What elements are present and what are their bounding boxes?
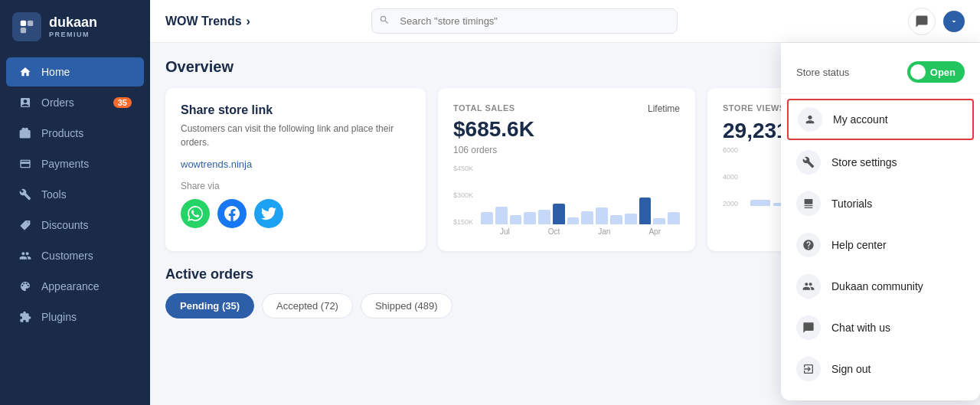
tools-icon — [18, 188, 32, 201]
dropdown-item-dukaan-community[interactable]: Dukaan community — [781, 266, 980, 307]
orders-badge: 35 — [113, 97, 132, 108]
tutorials-label: Tutorials — [831, 198, 872, 210]
store-status-label: Store status — [796, 67, 849, 78]
store-settings-label: Store settings — [831, 156, 897, 168]
person-icon — [798, 107, 822, 132]
sidebar-item-discounts[interactable]: Discounts — [6, 211, 144, 240]
app-tier: PREMIUM — [49, 31, 97, 38]
share-card-desc: Customers can visit the following link a… — [181, 122, 410, 149]
wrench-icon — [796, 150, 821, 175]
store-status-toggle[interactable]: Open — [907, 61, 965, 83]
chat-with-us-label: Chat with us — [831, 322, 890, 334]
sidebar-nav: Home Orders 35 Products Payments Tools — [0, 51, 150, 338]
sidebar: dukaan PREMIUM Home Orders 35 Products — [0, 0, 150, 405]
twitter-share-button[interactable] — [254, 199, 283, 228]
shipped-tab[interactable]: Shipped (489) — [361, 293, 452, 318]
header-actions — [908, 8, 965, 35]
sidebar-label-plugins: Plugins — [41, 311, 77, 323]
search-input[interactable] — [371, 8, 678, 34]
logo: dukaan PREMIUM — [0, 0, 150, 51]
appearance-icon — [18, 279, 32, 293]
pending-tab[interactable]: Pending (35) — [165, 293, 254, 318]
svg-rect-1 — [28, 21, 33, 26]
dropdown-menu: Store status Open My account Store setti… — [781, 43, 980, 400]
payments-icon — [18, 157, 32, 171]
help-center-label: Help center — [831, 239, 887, 251]
home-icon — [18, 65, 32, 79]
bar — [610, 215, 622, 224]
account-dropdown-button[interactable] — [943, 11, 965, 32]
bar — [668, 212, 680, 224]
sidebar-item-appearance[interactable]: Appearance — [6, 272, 144, 301]
dropdown-item-help-center[interactable]: Help center — [781, 224, 980, 266]
sidebar-label-tools: Tools — [41, 188, 67, 201]
sales-period: Lifetime — [648, 103, 680, 114]
question-icon — [796, 233, 821, 257]
bar — [596, 207, 608, 224]
sign-out-label: Sign out — [831, 363, 871, 375]
header: WOW Trends › — [150, 0, 980, 43]
sidebar-label-customers: Customers — [41, 250, 93, 262]
sidebar-item-products[interactable]: Products — [6, 119, 144, 148]
facebook-share-button[interactable] — [217, 199, 247, 228]
sales-header: TOTAL SALES Lifetime — [453, 103, 680, 114]
bar — [639, 198, 652, 224]
search-icon — [379, 15, 390, 28]
view-bar — [750, 200, 770, 206]
accepted-tab[interactable]: Accepted (72) — [262, 293, 353, 318]
store-name: WOW Trends — [165, 15, 242, 28]
signout-icon — [796, 357, 821, 381]
svg-rect-0 — [21, 21, 26, 26]
orders-icon — [18, 96, 32, 109]
dropdown-item-store-settings[interactable]: Store settings — [781, 142, 980, 183]
bar — [653, 218, 665, 224]
monitor-icon — [796, 191, 821, 216]
sales-label: TOTAL SALES — [453, 103, 515, 113]
bar — [495, 207, 508, 224]
bar — [625, 214, 637, 224]
community-icon — [796, 274, 821, 299]
chat-button[interactable] — [908, 8, 936, 35]
sales-orders: 106 orders — [453, 145, 680, 155]
sidebar-item-orders[interactable]: Orders 35 — [6, 88, 144, 117]
bar — [567, 217, 580, 224]
share-card-title: Share store link — [181, 103, 410, 117]
sidebar-item-payments[interactable]: Payments — [6, 149, 144, 178]
dropdown-item-tutorials[interactable]: Tutorials — [781, 183, 980, 224]
share-card: Share store link Customers can visit the… — [165, 88, 426, 251]
views-label: STORE VIEWS — [723, 103, 786, 113]
svg-rect-2 — [21, 28, 26, 33]
search-bar — [371, 8, 678, 34]
discounts-icon — [18, 218, 32, 232]
sidebar-item-tools[interactable]: Tools — [6, 180, 144, 209]
sidebar-label-payments: Payments — [41, 158, 89, 170]
dukaan-community-label: Dukaan community — [831, 280, 923, 292]
logo-text: dukaan PREMIUM — [49, 15, 97, 38]
dropdown-item-chat-with-us[interactable]: Chat with us — [781, 307, 980, 348]
plugins-icon — [18, 310, 32, 324]
bar — [510, 215, 522, 224]
sidebar-label-home: Home — [41, 66, 70, 78]
store-link[interactable]: wowtrends.ninja — [181, 158, 410, 170]
share-via-label: Share via — [181, 181, 410, 191]
chat-icon — [796, 315, 821, 340]
sidebar-label-appearance: Appearance — [41, 280, 100, 292]
bar — [524, 212, 536, 224]
app-name: dukaan — [49, 15, 97, 31]
dropdown-item-my-account[interactable]: My account — [787, 99, 974, 140]
bar — [538, 210, 550, 225]
customers-icon — [18, 249, 32, 263]
sidebar-label-products: Products — [41, 127, 83, 139]
dropdown-item-sign-out[interactable]: Sign out — [781, 348, 980, 390]
sidebar-label-orders: Orders — [41, 96, 74, 109]
sidebar-item-plugins[interactable]: Plugins — [6, 302, 144, 332]
sales-amount: $685.6K — [453, 117, 680, 142]
sidebar-item-customers[interactable]: Customers — [6, 241, 144, 270]
my-account-label: My account — [833, 113, 888, 126]
whatsapp-share-button[interactable] — [181, 199, 210, 228]
bar — [553, 204, 565, 224]
logo-icon — [12, 12, 41, 41]
store-status-bar: Store status Open — [781, 54, 980, 94]
sidebar-item-home[interactable]: Home — [6, 57, 144, 87]
sidebar-label-discounts: Discounts — [41, 219, 88, 231]
